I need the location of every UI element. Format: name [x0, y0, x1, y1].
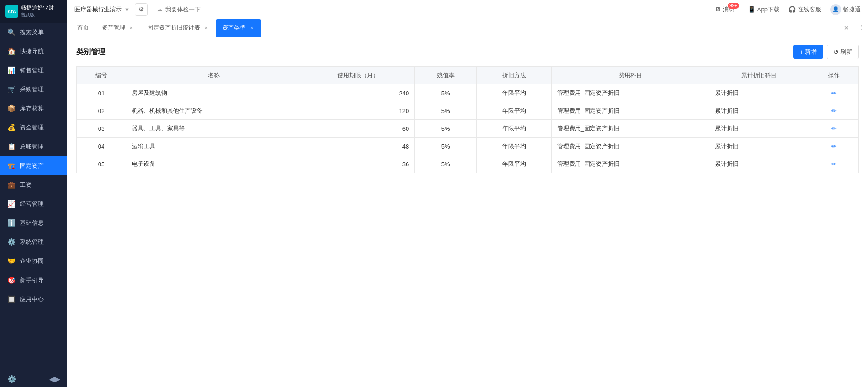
cell-action: ✏ [809, 138, 858, 155]
cell-name: 机器、机械和其他生产设备 [126, 102, 302, 120]
close-tab-button[interactable]: ✕ [841, 23, 852, 34]
sidebar-item-label: 新手引导 [20, 276, 44, 284]
module-selector[interactable]: 医疗器械行业演示 ▼ [74, 5, 129, 14]
edit-icon[interactable]: ✏ [831, 107, 837, 114]
user-profile[interactable]: 👤 畅捷通 [830, 4, 861, 15]
sidebar-item-label: 搜索菜单 [20, 28, 44, 36]
cell-accumulated: 累计折旧 [709, 138, 809, 155]
col-expense: 费用科目 [551, 67, 709, 84]
new-button-label: 新增 [805, 48, 817, 56]
cell-method: 年限平均 [477, 138, 552, 155]
col-code: 编号 [77, 67, 126, 84]
edit-icon[interactable]: ✏ [831, 160, 837, 168]
sidebar-footer: ⚙️ ◀▶ [0, 371, 67, 387]
cell-period: 120 [302, 102, 415, 120]
avatar-icon: 👤 [833, 6, 839, 12]
operations-icon: 📈 [7, 200, 15, 208]
guide-icon: 🎯 [7, 276, 15, 284]
notifications-badge: 99+ [728, 3, 739, 9]
settings-button[interactable]: ⚙ [135, 3, 148, 16]
new-button[interactable]: + 新增 [793, 45, 823, 59]
mobile-icon: 📱 [748, 6, 755, 13]
sidebar-item-label: 总账管理 [20, 143, 44, 151]
page-header: 类别管理 + 新增 ↺ 刷新 [76, 45, 859, 59]
table-row: 05 电子设备 36 5% 年限平均 管理费用_固定资产折旧 累计折旧 ✏ [77, 155, 859, 173]
cell-name: 器具、工具、家具等 [126, 120, 302, 138]
sidebar-item-label: 快捷导航 [20, 47, 44, 55]
tip-text: 我要体验一下 [165, 5, 201, 14]
cell-expense: 管理费用_固定资产折旧 [551, 102, 709, 120]
tabs-bar: 首页 资产管理 × 固定资产折旧统计表 × 资产类型 × ✕ ⛶ [67, 19, 868, 37]
tab-depreciation[interactable]: 固定资产折旧统计表 × [141, 19, 216, 37]
sidebar-logo: AtA 畅捷通好业财 普及版 [0, 0, 67, 23]
cell-name: 电子设备 [126, 155, 302, 173]
online-service-button[interactable]: 🎧 在线客服 [789, 5, 821, 14]
tab-asset-management-close[interactable]: × [128, 25, 134, 31]
sidebar-item-fixed-assets[interactable]: 🏗️ 固定资产 [0, 156, 67, 175]
app-download-button[interactable]: 📱 App下载 [748, 5, 779, 14]
cell-method: 年限平均 [477, 84, 552, 102]
edit-icon[interactable]: ✏ [831, 143, 837, 150]
cell-period: 60 [302, 120, 415, 138]
tab-depreciation-label: 固定资产折旧统计表 [147, 24, 200, 32]
cell-period: 240 [302, 84, 415, 102]
sidebar-item-inventory[interactable]: 📦 库存核算 [0, 99, 67, 118]
cell-method: 年限平均 [477, 120, 552, 138]
page-title: 类别管理 [76, 47, 105, 57]
sidebar: AtA 畅捷通好业财 普及版 🔍 搜索菜单 🏠 快捷导航 📊 销售管理 🛒 采购… [0, 0, 67, 387]
tab-asset-management-label: 资产管理 [102, 24, 125, 32]
sidebar-item-ledger[interactable]: 📋 总账管理 [0, 137, 67, 156]
cell-method: 年限平均 [477, 102, 552, 120]
tab-asset-type-close[interactable]: × [248, 25, 255, 31]
edit-icon[interactable]: ✏ [831, 89, 837, 97]
collab-icon: 🤝 [7, 257, 15, 265]
ledger-icon: 📋 [7, 143, 15, 151]
sidebar-item-quicknav[interactable]: 🏠 快捷导航 [0, 42, 67, 61]
expand-tab-button[interactable]: ⛶ [853, 23, 864, 34]
collapse-icon[interactable]: ◀▶ [49, 375, 60, 383]
sidebar-item-app-center[interactable]: 🔲 应用中心 [0, 290, 67, 309]
refresh-button[interactable]: ↺ 刷新 [827, 45, 859, 59]
notifications-button[interactable]: 🖥 消息 99+ [715, 5, 734, 14]
cell-name: 房屋及建筑物 [126, 84, 302, 102]
sidebar-item-purchase[interactable]: 🛒 采购管理 [0, 80, 67, 99]
edit-icon[interactable]: ✏ [831, 125, 837, 132]
sidebar-item-collab[interactable]: 🤝 企业协同 [0, 252, 67, 271]
settings-bottom-icon[interactable]: ⚙️ [7, 375, 16, 383]
tabs-actions: ✕ ⛶ [841, 19, 864, 37]
module-name: 医疗器械行业演示 [74, 5, 122, 14]
service-icon: 🎧 [789, 6, 796, 13]
sidebar-item-payroll[interactable]: 💼 工资 [0, 175, 67, 194]
col-method: 折旧方法 [477, 67, 552, 84]
cell-action: ✏ [809, 102, 858, 120]
sidebar-item-label: 经营管理 [20, 200, 44, 208]
sidebar-item-label: 固定资产 [20, 162, 44, 170]
cell-code: 02 [77, 102, 126, 120]
sidebar-item-basic-info[interactable]: ℹ️ 基础信息 [0, 213, 67, 233]
sidebar-item-operations[interactable]: 📈 经营管理 [0, 194, 67, 213]
sidebar-item-guide[interactable]: 🎯 新手引导 [0, 271, 67, 290]
user-name: 畅捷通 [843, 5, 861, 14]
sidebar-item-system[interactable]: ⚙️ 系统管理 [0, 233, 67, 252]
tab-home[interactable]: 首页 [71, 19, 95, 37]
app-version: 普及版 [21, 12, 54, 18]
cell-code: 04 [77, 138, 126, 155]
refresh-icon: ↺ [833, 49, 838, 55]
sidebar-item-label: 库存核算 [20, 104, 44, 113]
table-row: 02 机器、机械和其他生产设备 120 5% 年限平均 管理费用_固定资产折旧 … [77, 102, 859, 120]
tab-asset-management[interactable]: 资产管理 × [95, 19, 141, 37]
cell-code: 05 [77, 155, 126, 173]
tip-button[interactable]: ☁ 我要体验一下 [157, 5, 201, 14]
sidebar-item-sales[interactable]: 📊 销售管理 [0, 61, 67, 80]
sidebar-item-search[interactable]: 🔍 搜索菜单 [0, 23, 67, 42]
tab-depreciation-close[interactable]: × [203, 25, 209, 31]
tab-asset-type[interactable]: 资产类型 × [216, 19, 261, 37]
table-body: 01 房屋及建筑物 240 5% 年限平均 管理费用_固定资产折旧 累计折旧 ✏… [77, 84, 859, 173]
online-service-label: 在线客服 [798, 5, 821, 14]
sidebar-item-finance[interactable]: 💰 资金管理 [0, 118, 67, 137]
cell-residual: 5% [415, 84, 477, 102]
table-row: 04 运输工具 48 5% 年限平均 管理费用_固定资产折旧 累计折旧 ✏ [77, 138, 859, 155]
col-name: 名称 [126, 67, 302, 84]
home-icon: 🏠 [7, 47, 15, 55]
sidebar-item-label: 应用中心 [20, 295, 44, 303]
